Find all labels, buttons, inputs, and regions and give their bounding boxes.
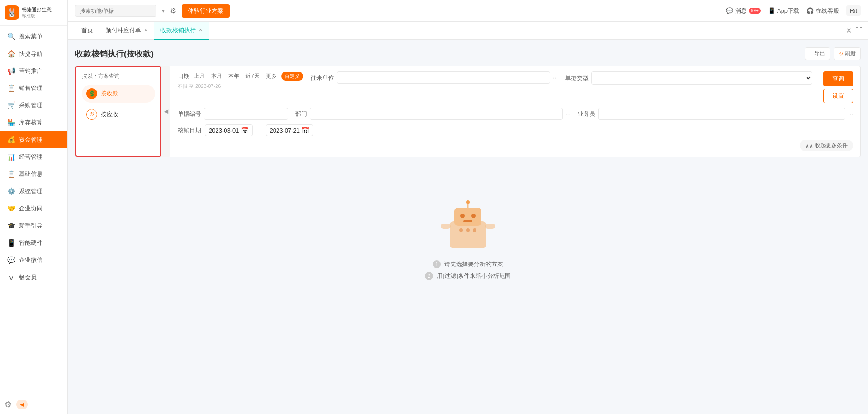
collapse-more-btn[interactable]: ∧∧ 收起更多条件 (800, 140, 853, 151)
nav-icon-hardware: 📱 (7, 239, 15, 247)
settings-icon[interactable]: ⚙ (5, 400, 12, 409)
dept-input[interactable] (310, 108, 563, 120)
writeoff-date-label: 核销日期 (178, 126, 201, 134)
tab-close-receipt-writeoff[interactable]: ✕ (198, 27, 203, 33)
svg-rect-6 (485, 224, 495, 229)
tab-home[interactable]: 首页 (75, 22, 99, 40)
calendar-start-icon[interactable]: 📅 (241, 127, 249, 134)
date-link-this-month[interactable]: 本月 (209, 71, 224, 81)
tab-receipt-writeoff[interactable]: 收款核销执行 ✕ (154, 22, 209, 40)
tab-close-prepay[interactable]: ✕ (144, 27, 148, 33)
date-link-7days[interactable]: 近7天 (244, 71, 261, 81)
sidebar-item-basic-info[interactable]: 📋基础信息 (0, 166, 67, 183)
export-btn[interactable]: ↑ 导出 (805, 47, 830, 60)
sidebar-item-finance[interactable]: 💰资金管理 (0, 131, 67, 148)
expand-icon[interactable]: ⛶ (855, 27, 863, 35)
nav-icon-marketing: 📢 (7, 67, 15, 75)
app-download-btn[interactable]: 📱 App下载 (768, 7, 799, 15)
svg-point-10 (466, 228, 470, 232)
tabs-actions: ✕ ⛶ (846, 26, 868, 35)
date-link-this-year[interactable]: 本年 (226, 71, 241, 81)
nav-label-wechat: 企业微信 (19, 256, 42, 264)
filter-by-receivable-label: 按应收 (101, 110, 118, 119)
sidebar-item-sales[interactable]: 📋销售管理 (0, 80, 67, 97)
sidebar-item-marketing[interactable]: 📢营销推广 (0, 62, 67, 80)
nav-icon-quick-nav: 🏠 (7, 50, 15, 58)
collapse-up-icon: ∧∧ (805, 143, 813, 149)
sidebar-item-inventory[interactable]: 🏪库存核算 (0, 114, 67, 131)
query-btn[interactable]: 查询 (823, 71, 853, 86)
doc-no-input[interactable] (204, 108, 288, 120)
message-icon: 💬 (726, 7, 733, 14)
filter-by-receipt[interactable]: 💲 按收款 (82, 85, 155, 103)
gear-icon[interactable]: ⚙ (170, 6, 176, 15)
filter-row-1: 日期 上月 本月 本年 近7天 更多 自定义 不限 至 2023-07-26 (178, 71, 853, 103)
settings-btn[interactable]: 设置 (823, 89, 853, 103)
empty-step-2: 2 用[过滤]条件来缩小分析范围 (425, 272, 510, 280)
counterpart-dots[interactable]: ··· (553, 74, 558, 81)
logo-icon: 🐰 (5, 5, 19, 20)
tab-prepay[interactable]: 预付冲应付单 ✕ (99, 22, 154, 40)
sidebar-item-guide[interactable]: 🎓新手引导 (0, 217, 67, 234)
calendar-end-icon[interactable]: 📅 (302, 127, 309, 134)
sidebar-item-purchase[interactable]: 🛒采购管理 (0, 97, 67, 114)
date-quick-links: 上月 本月 本年 近7天 更多 自定义 (192, 71, 303, 81)
search-input[interactable] (75, 5, 156, 17)
staff-input[interactable] (598, 108, 845, 120)
filter-form: 日期 上月 本月 本年 近7天 更多 自定义 不限 至 2023-07-26 (170, 66, 860, 157)
staff-label: 业务员 (578, 110, 595, 118)
nav-label-business: 经营管理 (19, 153, 42, 161)
sidebar-item-quick-nav[interactable]: 🏠快捷导航 (0, 45, 67, 62)
svg-rect-4 (463, 220, 472, 222)
online-service-btn[interactable]: 🎧 在线客服 (807, 7, 839, 15)
sidebar-item-wechat[interactable]: 💬企业微信 (0, 252, 67, 269)
dept-dots[interactable]: ··· (566, 110, 571, 117)
svg-point-9 (459, 228, 463, 232)
staff-dots[interactable]: ··· (848, 110, 853, 117)
filter-collapse-btn[interactable]: ◀ (161, 66, 170, 157)
date-no-limit: 不限 至 2023-07-26 (178, 83, 303, 90)
date-custom-tag[interactable]: 自定义 (281, 72, 303, 81)
writeoff-date-start-wrap: 2023-03-01 📅 (205, 124, 253, 136)
nav-icon-inventory: 🏪 (7, 119, 15, 127)
nav-label-basic-info: 基础信息 (19, 170, 42, 178)
close-window-icon[interactable]: ✕ (846, 26, 852, 35)
receivable-icon: ⏱ (86, 109, 97, 120)
sidebar-item-hardware[interactable]: 📱智能硬件 (0, 234, 67, 252)
collapse-sidebar-btn[interactable]: ◀ (16, 400, 28, 409)
date-link-more[interactable]: 更多 (264, 71, 278, 81)
doc-type-select[interactable] (591, 71, 812, 85)
nav-icon-system: ⚙️ (7, 187, 15, 195)
topbar: ▾ ⚙ 体验行业方案 💬 消息 99+ 📱 App下载 🎧 在线客服 Rit (68, 0, 868, 22)
industry-btn[interactable]: 体验行业方案 (182, 4, 230, 18)
nav-label-hardware: 智能硬件 (19, 239, 42, 247)
user-avatar[interactable]: Rit (846, 5, 861, 16)
nav-icon-basic-info: 📋 (7, 170, 15, 178)
sidebar-logo: 🐰 畅捷通好生意 标准版 (0, 0, 67, 26)
message-btn[interactable]: 💬 消息 99+ (726, 7, 761, 15)
chevron-down-icon[interactable]: ▾ (162, 8, 165, 14)
writeoff-date-end-wrap: 2023-07-21 📅 (266, 124, 314, 136)
svg-rect-1 (454, 208, 481, 226)
sidebar-item-system[interactable]: ⚙️系统管理 (0, 183, 67, 200)
sidebar-item-business[interactable]: 📊经营管理 (0, 148, 67, 166)
filter-options-panel: 按以下方案查询 💲 按收款 ⏱ 按应收 (75, 66, 161, 157)
logo-text: 畅捷通好生意 (22, 6, 52, 13)
counterpart-label: 往来单位 (311, 74, 334, 82)
counterpart-input[interactable] (337, 71, 550, 84)
nav-label-guide: 新手引导 (19, 222, 42, 230)
sidebar: 🐰 畅捷通好生意 标准版 🔍搜索菜单🏠快捷导航📢营销推广📋销售管理🛒采购管理🏪库… (0, 0, 68, 414)
refresh-btn[interactable]: ↻ 刷新 (834, 47, 861, 60)
nav-icon-member: V (7, 274, 15, 281)
svg-point-8 (466, 200, 470, 204)
sidebar-item-search[interactable]: 🔍搜索菜单 (0, 28, 67, 45)
filter-by-receivable[interactable]: ⏱ 按应收 (82, 105, 155, 124)
filter-row-2: 单据编号 部门 ··· 业务员 ··· (178, 108, 853, 120)
date-link-last-month[interactable]: 上月 (192, 71, 207, 81)
sidebar-item-enterprise[interactable]: 🤝企业协同 (0, 200, 67, 217)
refresh-icon: ↻ (839, 51, 843, 57)
phone-icon: 📱 (768, 7, 775, 14)
empty-step-1-text: 请先选择要分析的方案 (444, 260, 503, 268)
svg-rect-5 (441, 224, 451, 229)
sidebar-item-member[interactable]: V畅会员 (0, 269, 67, 286)
